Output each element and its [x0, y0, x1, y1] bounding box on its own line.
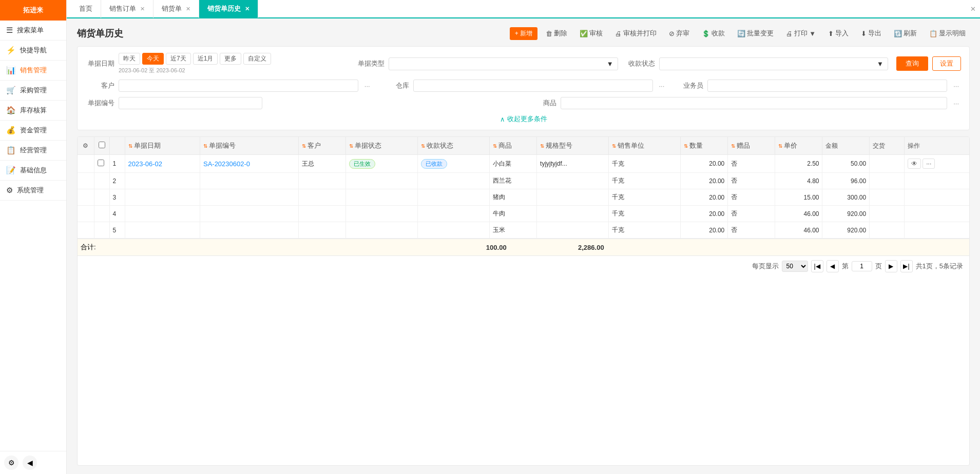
review-print-button[interactable]: 🖨 审核并打印	[611, 27, 661, 40]
sort-spec-icon: ⇅	[540, 143, 544, 149]
data-table: ⚙ ⇅单据日期 ⇅单据编号 ⇅客户 ⇅单据状态 ⇅收款状态 ⇅商品 ⇅规格型号 …	[78, 137, 969, 239]
table-cell	[94, 222, 109, 239]
collapse-button[interactable]: ∧ 收起更多条件	[86, 114, 961, 124]
tab-delivery[interactable]: 销货单 ✕	[153, 0, 199, 18]
date-yesterday-btn[interactable]: 昨天	[119, 53, 140, 65]
tab-delivery-history[interactable]: 销货单历史 ✕	[199, 0, 258, 18]
page-last-btn[interactable]: ▶|	[900, 260, 913, 272]
delete-button[interactable]: 🗑 删除	[542, 27, 571, 40]
table-cell: 920.00	[822, 206, 870, 222]
tab-sales-order-close[interactable]: ✕	[140, 6, 145, 12]
table-cell: 千克	[609, 222, 681, 239]
customer-input[interactable]	[119, 80, 358, 92]
table-cell	[870, 189, 905, 206]
page-next-btn[interactable]: ▶	[885, 260, 897, 272]
per-page-select[interactable]: 50 100 200	[782, 261, 808, 272]
show-detail-button[interactable]: 📋 显示明细	[925, 27, 970, 40]
per-page-label: 每页显示	[752, 262, 779, 271]
page-input[interactable]	[852, 261, 872, 271]
date-link[interactable]: 2023-06-02	[128, 160, 163, 168]
page-prev-btn[interactable]: ◀	[827, 260, 839, 272]
product-dots[interactable]: ···	[951, 100, 961, 107]
row-view-btn[interactable]: 👁	[908, 159, 921, 169]
sidebar-item-label: 库存核算	[20, 106, 47, 115]
page-first-btn[interactable]: |◀	[811, 260, 823, 272]
review-button[interactable]: ✅ 审核	[575, 27, 607, 40]
tab-sales-order[interactable]: 销售订单 ✕	[101, 0, 153, 18]
sidebar-settings-btn[interactable]: ⚙	[4, 456, 18, 470]
review-print-icon: 🖨	[615, 30, 622, 37]
sidebar-item-purchase[interactable]: 🛒 采购管理	[0, 81, 66, 101]
th-customer[interactable]: ⇅客户	[298, 137, 345, 155]
sidebar-item-operations[interactable]: 📋 经营管理	[0, 141, 66, 161]
doc-no-input[interactable]	[119, 97, 262, 109]
tabbar-close-all[interactable]: ✕	[970, 5, 976, 13]
salesperson-dots[interactable]: ···	[951, 82, 961, 90]
sidebar-item-label: 搜索菜单	[17, 26, 44, 35]
th-gear[interactable]: ⚙	[78, 137, 94, 155]
collect-icon: 💲	[702, 30, 710, 37]
salesperson-label: 业务员	[675, 81, 703, 90]
add-button[interactable]: + 新增	[510, 27, 537, 40]
sidebar-item-inventory[interactable]: 🏠 库存核算	[0, 101, 66, 121]
query-button[interactable]: 查询	[896, 56, 928, 71]
customer-dots[interactable]: ···	[362, 82, 372, 90]
warehouse-dots[interactable]: ···	[657, 82, 667, 90]
collect-button[interactable]: 💲 收款	[698, 27, 729, 40]
th-doc-no[interactable]: ⇅单据编号	[200, 137, 298, 155]
date-1month-btn[interactable]: 近1月	[193, 53, 218, 65]
table-cell	[537, 173, 609, 189]
sort-docno-icon: ⇅	[203, 143, 207, 149]
print-button[interactable]: 🖨 打印 ▼	[782, 27, 820, 40]
th-product[interactable]: ⇅商品	[489, 137, 536, 155]
collect-status-select[interactable]: ▼	[659, 57, 888, 70]
th-unit[interactable]: ⇅销售单位	[609, 137, 681, 155]
date-custom-btn[interactable]: 自定义	[243, 53, 271, 65]
filter-date: 单据日期 昨天 今天 近7天 近1月 更多 自定义 2023-06-02 至 2…	[86, 53, 348, 74]
table-cell: 猪肉	[489, 189, 536, 206]
th-spec[interactable]: ⇅规格型号	[537, 137, 609, 155]
th-date[interactable]: ⇅单据日期	[125, 137, 200, 155]
date-more-btn[interactable]: 更多	[220, 53, 241, 65]
tab-home[interactable]: 首页	[71, 0, 101, 18]
th-doc-status[interactable]: ⇅单据状态	[345, 137, 417, 155]
row-checkbox[interactable]	[98, 160, 104, 166]
filter-row-2: 客户 ··· 仓库 ··· 业务员 ···	[86, 80, 961, 92]
sidebar-item-basic-info[interactable]: 📝 基础信息	[0, 161, 66, 181]
sidebar-item-search-menu[interactable]: ☰ 搜索菜单	[0, 21, 66, 41]
salesperson-input[interactable]	[707, 80, 947, 92]
table-cell	[905, 222, 969, 239]
tab-delivery-history-close[interactable]: ✕	[245, 6, 249, 12]
row-more-btn[interactable]: ···	[923, 159, 935, 169]
import-button[interactable]: ⬆ 导入	[824, 27, 853, 40]
doc-type-select[interactable]: ▼	[389, 57, 618, 70]
date-7days-btn[interactable]: 近7天	[166, 53, 191, 65]
abandon-button[interactable]: ⊘ 弃审	[665, 27, 694, 40]
product-input[interactable]	[561, 97, 948, 109]
warehouse-input[interactable]	[413, 80, 653, 92]
th-gift[interactable]: ⇅赠品	[728, 137, 775, 155]
batch-change-button[interactable]: 🔄 批量变更	[733, 27, 778, 40]
doc-no-link[interactable]: SA-20230602-0	[203, 160, 250, 168]
sidebar-collapse-btn[interactable]: ◀	[23, 456, 37, 470]
sidebar-item-sales[interactable]: 📊 销售管理	[0, 61, 66, 81]
th-checkbox[interactable]	[94, 137, 109, 155]
sidebar-item-label: 基础信息	[20, 166, 47, 175]
page-label: 第	[842, 262, 849, 271]
export-button[interactable]: ⬇ 导出	[857, 27, 886, 40]
refresh-button[interactable]: 🔃 刷新	[890, 27, 921, 40]
th-collect-status[interactable]: ⇅收款状态	[417, 137, 489, 155]
date-range: 2023-06-02 至 2023-06-02	[119, 67, 271, 74]
th-qty[interactable]: ⇅数量	[681, 137, 728, 155]
tab-delivery-close[interactable]: ✕	[186, 6, 190, 12]
table-row: 3猪肉千克20.00否15.00300.00	[78, 189, 969, 206]
sidebar-item-finance[interactable]: 💰 资金管理	[0, 121, 66, 141]
finance-icon: 💰	[6, 126, 16, 135]
th-price[interactable]: ⇅单价	[775, 137, 822, 155]
table-cell	[905, 173, 969, 189]
sidebar-item-system[interactable]: ⚙ 系统管理	[0, 181, 66, 201]
sidebar-item-quick-nav[interactable]: ⚡ 快捷导航	[0, 41, 66, 61]
settings-button[interactable]: 设置	[932, 56, 961, 71]
date-today-btn[interactable]: 今天	[142, 53, 164, 65]
select-all-checkbox[interactable]	[99, 142, 105, 148]
